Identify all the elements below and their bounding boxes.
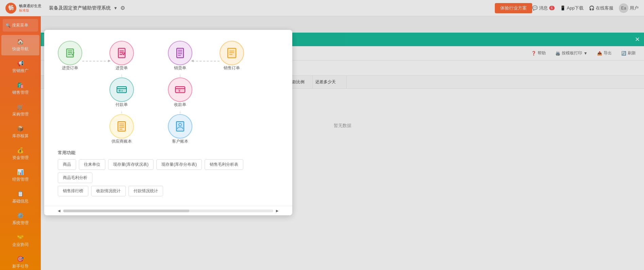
flow-arrows-row: ↓ ↓ bbox=[58, 72, 279, 77]
func-btn-sales-rank[interactable]: 销售排行榜 bbox=[58, 186, 88, 196]
flow-col-sales-order: 销售订单 bbox=[220, 41, 244, 71]
flow-label-payment-bill: 付款单 bbox=[116, 102, 128, 108]
func-btn-stock-dist[interactable]: 现存量(库存分布表) bbox=[156, 159, 202, 170]
func-buttons-row-2: 销售排行榜 收款情况统计 付款情况统计 bbox=[58, 186, 279, 196]
modal-scroll-area: ◀ ▶ bbox=[44, 206, 292, 215]
arrow-purchase-order-to-purchase-bill: ▶ bbox=[82, 61, 109, 61]
svg-rect-30 bbox=[118, 122, 125, 131]
modal-body: 进货订单 ▶ 进货单 bbox=[44, 30, 292, 206]
flow-label-receipt-bill: 收款单 bbox=[174, 102, 186, 108]
flow-circle-purchase-bill[interactable] bbox=[109, 41, 134, 65]
modal-overlay: 进货订单 ▶ 进货单 bbox=[0, 0, 644, 270]
scroll-left-arrow[interactable]: ◀ bbox=[58, 209, 60, 213]
flow-label-purchase-order: 进货订单 bbox=[62, 65, 78, 71]
scroll-right-arrow[interactable]: ▶ bbox=[276, 209, 279, 213]
flow-label-purchase-bill: 进货单 bbox=[116, 65, 128, 71]
scroll-bar-thumb bbox=[63, 210, 189, 212]
func-btn-partners[interactable]: 往来单位 bbox=[79, 159, 105, 170]
flow-label-sales-bill: 销货单 bbox=[174, 65, 186, 71]
flow-col-purchase-order: 进货订单 bbox=[58, 41, 82, 71]
flow-col-purchase-bill: 进货单 bbox=[109, 41, 134, 71]
arrow-down-sales-bill: ↓ bbox=[168, 72, 192, 77]
flow-arrows-row-2: ↓ ↓ bbox=[58, 109, 279, 114]
func-buttons-row-1: 商品 往来单位 现存量(库存状况表) 现存量(库存分布表) 销售毛利分析表 商品… bbox=[58, 159, 279, 183]
func-btn-receipt-stats[interactable]: 收款情况统计 bbox=[91, 186, 126, 196]
svg-text:¥: ¥ bbox=[121, 89, 123, 92]
func-btn-goods-profit[interactable]: 商品毛利分析 bbox=[58, 173, 92, 183]
flow-row-1: 进货订单 ▶ 进货单 bbox=[58, 41, 279, 71]
arrow-down-payment-bill: ↓ bbox=[109, 109, 134, 114]
svg-point-24 bbox=[119, 90, 121, 92]
func-btn-sales-profit[interactable]: 销售毛利分析表 bbox=[205, 159, 243, 170]
flow-row-3: 供应商账本 客户账本 bbox=[58, 114, 279, 144]
flow-label-supplier-account: 供应商账本 bbox=[111, 139, 132, 144]
func-btn-payment-stats[interactable]: 付款情况统计 bbox=[128, 186, 163, 196]
flow-circle-purchase-order[interactable] bbox=[58, 41, 82, 65]
func-btn-goods[interactable]: 商品 bbox=[58, 159, 76, 170]
svg-rect-10 bbox=[177, 48, 184, 58]
func-btn-stock-status[interactable]: 现存量(库存状况表) bbox=[108, 159, 154, 170]
arrow-down-receipt-bill: ↓ bbox=[168, 109, 192, 114]
flow-col-supplier-account: 供应商账本 bbox=[109, 114, 134, 144]
flow-circle-sales-order[interactable] bbox=[220, 41, 244, 65]
arrow-sales-order-to-sales-bill: ◀ bbox=[192, 61, 220, 61]
flow-circle-sales-bill[interactable] bbox=[168, 41, 192, 65]
flow-circle-receipt-bill[interactable]: ¥ bbox=[168, 77, 192, 102]
flow-modal: 进货订单 ▶ 进货单 bbox=[44, 30, 292, 215]
flow-circle-payment-bill[interactable]: ¥ bbox=[109, 77, 134, 102]
flow-col-payment-bill: ¥ 付款单 bbox=[109, 77, 134, 108]
arrow-down-purchase-bill: ↓ bbox=[109, 72, 134, 77]
svg-rect-36 bbox=[176, 122, 184, 131]
flow-circle-customer-account[interactable] bbox=[168, 114, 192, 139]
common-func-title: 常用功能 bbox=[58, 150, 279, 156]
flow-col-sales-bill: 销货单 bbox=[168, 41, 192, 71]
scroll-bar-track[interactable] bbox=[63, 210, 273, 212]
svg-rect-16 bbox=[228, 48, 236, 58]
flow-circle-supplier-account[interactable] bbox=[109, 114, 134, 139]
flow-row-2: ¥ 付款单 ¥ 收款单 bbox=[58, 77, 279, 108]
flow-label-customer-account: 客户账本 bbox=[172, 139, 188, 144]
flow-label-sales-order: 销售订单 bbox=[224, 65, 240, 71]
svg-text:¥: ¥ bbox=[178, 89, 180, 93]
flow-col-receipt-bill: ¥ 收款单 bbox=[168, 77, 192, 108]
flow-col-customer-account: 客户账本 bbox=[168, 114, 192, 144]
